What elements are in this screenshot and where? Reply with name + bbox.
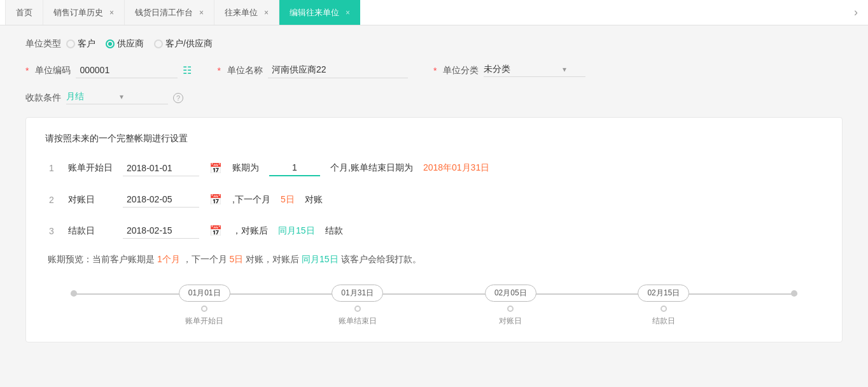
payment-condition-row: 收款条件 月结 ▾ ?: [25, 91, 843, 104]
payment-condition-value: 月结: [66, 91, 117, 102]
timeline-right-end-dot: [791, 290, 797, 297]
period-desc-label-1: 账期为: [232, 162, 259, 174]
unit-info-row: * 单位编码 ☷ * 单位名称 * 单位分类 未分类 ▾: [25, 62, 843, 78]
payment-condition-group: 收款条件 月结 ▾ ?: [25, 91, 183, 104]
period-settings-box: 请按照未来的一个完整帐期进行设置 1 账单开始日 📅 账期为 个月,账单结束日期…: [25, 117, 843, 342]
tab-home-label: 首页: [16, 7, 32, 18]
timeline-dot-1: [201, 306, 207, 312]
tab-sales-history-label: 销售订单历史: [53, 7, 103, 18]
radio-supplier[interactable]: 供应商: [106, 38, 144, 50]
period-field-label-3: 结款日: [68, 225, 113, 237]
period-row-2: 2 对账日 📅 ,下一个月 5日 对账: [45, 192, 823, 208]
period-suffix-text-2: 对账: [305, 194, 323, 206]
tab-sales-history-close[interactable]: ×: [109, 8, 114, 17]
unit-category-group: * 单位分类 未分类 ▾: [433, 64, 585, 77]
payment-condition-label: 收款条件: [25, 92, 61, 104]
timeline-left-end-dot: [71, 290, 77, 297]
timeline-points: 01月01日 账单开始日 01月31日 账单结束日 02月05日 对账日 02月…: [71, 285, 797, 327]
unit-name-label: 单位名称: [227, 65, 263, 76]
period-date-input-3[interactable]: [123, 223, 199, 239]
timeline-badge-3: 02月05日: [485, 285, 536, 302]
timeline-point-3: 02月05日 对账日: [485, 285, 536, 327]
period-field-label-2: 对账日: [68, 194, 113, 206]
unit-name-required: *: [217, 66, 220, 76]
timeline-badge-1: 01月01日: [179, 285, 230, 302]
period-field-label-1: 账单开始日: [68, 162, 113, 174]
timeline-label-3: 对账日: [499, 316, 522, 327]
period-num-1: 1: [45, 163, 58, 173]
period-row-1: 1 账单开始日 📅 账期为 个月,账单结束日期为 2018年01月31日: [45, 160, 823, 176]
preview-mid2: 对账，对账后: [246, 254, 299, 264]
payment-condition-arrow: ▾: [120, 92, 123, 101]
radio-both[interactable]: 客户/供应商: [154, 38, 213, 50]
unit-category-required: *: [433, 66, 437, 76]
radio-both-circle: [154, 39, 163, 48]
tab-edit-partner-label: 编辑往来单位: [290, 7, 339, 18]
payment-condition-select[interactable]: 月结 ▾: [66, 91, 168, 104]
preview-mid1: ，下一个月: [183, 254, 227, 264]
timeline-label-2: 账单结束日: [339, 316, 377, 327]
preview-part1: 1个月: [157, 254, 180, 264]
timeline-label-1: 账单开始日: [185, 316, 223, 327]
period-calendar-icon-1[interactable]: 📅: [209, 162, 222, 174]
tab-partner-unit[interactable]: 往来单位 ×: [214, 0, 279, 25]
unit-code-input[interactable]: [76, 62, 178, 78]
preview-suffix: 该客户会给我打款。: [341, 254, 421, 264]
main-content: 单位类型 客户 供应商 客户/供应商 * 单位编码: [0, 25, 868, 387]
tab-sales-history[interactable]: 销售订单历史 ×: [43, 0, 125, 25]
timeline-point-start-dot: [71, 285, 77, 297]
unit-name-group: * 单位名称: [217, 62, 407, 78]
period-num-3: 3: [45, 226, 58, 236]
timeline-point-1: 01月01日 账单开始日: [179, 285, 230, 327]
period-calendar-icon-3[interactable]: 📅: [209, 225, 222, 237]
tab-cash-ledger-close[interactable]: ×: [199, 8, 204, 17]
period-unit-1: 个月,账单结束日期为: [330, 162, 413, 174]
period-months-input[interactable]: [269, 160, 320, 176]
unit-category-arrow: ▾: [563, 65, 566, 74]
unit-code-copy-icon[interactable]: ☷: [183, 64, 192, 76]
preview-part2: 5日: [229, 254, 243, 264]
unit-category-select[interactable]: 未分类 ▾: [484, 64, 585, 77]
unit-category-label: 单位分类: [443, 65, 479, 76]
period-suffix-highlight-2: 5日: [281, 194, 295, 206]
tabs-expand-button[interactable]: ›: [849, 6, 863, 19]
payment-condition-info-icon[interactable]: ?: [173, 93, 183, 103]
radio-supplier-circle: [106, 39, 115, 48]
timeline-label-4: 结款日: [652, 316, 675, 327]
preview-text: 账期预览：当前客户账期是 1个月 ，下一个月 5日 对账，对账后 同月15日 该…: [45, 254, 823, 265]
unit-type-row: 单位类型 客户 供应商 客户/供应商: [25, 38, 843, 50]
tab-edit-partner[interactable]: 编辑往来单位 ×: [279, 0, 360, 25]
period-num-2: 2: [45, 195, 58, 205]
timeline-point-2: 01月31日 账单结束日: [332, 285, 383, 327]
unit-type-radios: 客户 供应商 客户/供应商: [66, 38, 213, 50]
unit-code-label: 单位编码: [35, 65, 71, 76]
tab-partner-unit-close[interactable]: ×: [264, 8, 269, 17]
period-date-input-2[interactable]: [123, 192, 199, 208]
period-suffix-end-3: 结款: [325, 225, 343, 237]
unit-code-required: *: [25, 66, 29, 76]
period-settings-title: 请按照未来的一个完整帐期进行设置: [45, 133, 823, 144]
preview-prefix: 账期预览：当前客户账期是: [48, 254, 155, 264]
period-calendar-icon-2[interactable]: 📅: [209, 194, 222, 206]
tab-cash-ledger[interactable]: 钱货日清工作台 ×: [125, 0, 214, 25]
period-date-input-1[interactable]: [123, 160, 199, 176]
period-suffix-prefix-2: ,下一个月: [232, 194, 270, 206]
unit-type-group: 单位类型 客户 供应商 客户/供应商: [25, 38, 213, 50]
timeline-point-end-dot: [791, 285, 797, 297]
period-suffix-text-3a: ，对账后: [232, 225, 268, 237]
tabs-bar: 首页 销售订单历史 × 钱货日清工作台 × 往来单位 × 编辑往来单位 × ›: [0, 0, 868, 25]
period-row-3: 3 结款日 📅 ，对账后 同月15日 结款: [45, 223, 823, 239]
timeline-badge-2: 01月31日: [332, 285, 383, 302]
tab-partner-unit-label: 往来单位: [225, 7, 258, 18]
unit-code-group: * 单位编码 ☷: [25, 62, 192, 78]
radio-customer[interactable]: 客户: [66, 38, 95, 50]
unit-name-input[interactable]: [268, 62, 408, 78]
timeline-dot-3: [507, 306, 514, 312]
tab-home[interactable]: 首页: [5, 0, 43, 25]
radio-customer-label: 客户: [78, 38, 95, 50]
tab-edit-partner-close[interactable]: ×: [346, 8, 350, 17]
period-suffix-highlight-3: 同月15日: [278, 225, 315, 237]
timeline-point-4: 02月15日 结款日: [638, 285, 689, 327]
timeline-badge-4: 02月15日: [638, 285, 689, 302]
period-end-date-1: 2018年01月31日: [423, 162, 489, 174]
